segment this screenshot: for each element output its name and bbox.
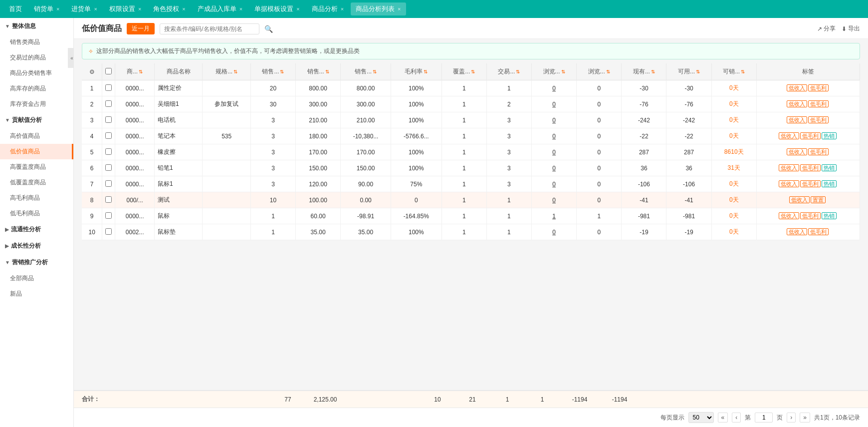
th-checkbox[interactable] (102, 63, 115, 80)
th-current-qty[interactable]: 现有...⇅ (622, 63, 666, 80)
td-browse1[interactable]: 0 (532, 112, 577, 128)
sidebar-group-overall[interactable]: ▼ 整体信息 (0, 18, 73, 34)
row-checkbox[interactable] (105, 164, 112, 171)
td-checkbox[interactable] (102, 96, 115, 112)
th-browse2[interactable]: 浏览...⇅ (577, 63, 622, 80)
nav-tab-permissions[interactable]: 权限设置 × (104, 2, 146, 15)
close-icon[interactable]: × (94, 6, 97, 12)
sidebar-item-low-coverage[interactable]: 低覆盖度商品 (0, 175, 73, 190)
th-gross-rate[interactable]: 毛利率⇅ (391, 63, 441, 80)
prev-page-button[interactable]: ‹ (732, 413, 741, 423)
browse-link[interactable]: 0 (552, 85, 556, 92)
first-page-button[interactable]: « (718, 413, 728, 423)
close-icon[interactable]: × (56, 6, 59, 12)
td-browse1[interactable]: 0 (532, 160, 577, 176)
close-icon[interactable]: × (296, 6, 299, 12)
td-browse1[interactable]: 0 (532, 144, 577, 160)
browse-link[interactable]: 0 (552, 133, 556, 140)
th-transaction[interactable]: 交易...⇅ (486, 63, 531, 80)
search-icon[interactable]: 🔍 (264, 25, 273, 33)
row-checkbox[interactable] (105, 148, 112, 155)
sidebar-item-new-products[interactable]: 新品 (0, 286, 73, 302)
sidebar-item-low-profit[interactable]: 低毛利商品 (0, 206, 73, 221)
td-checkbox[interactable] (102, 224, 115, 240)
td-checkbox[interactable] (102, 128, 115, 144)
nav-tab-product-analysis[interactable]: 商品分析 × (307, 2, 349, 15)
sidebar-item-high-coverage[interactable]: 高覆盖度商品 (0, 159, 73, 175)
th-sales-qty[interactable]: 销售...⇅ (250, 63, 295, 80)
th-code[interactable]: 商...⇅ (115, 63, 155, 80)
row-checkbox[interactable] (105, 132, 112, 139)
td-browse1[interactable]: 0 (532, 96, 577, 112)
th-saleable[interactable]: 可销...⇅ (711, 63, 756, 80)
page-number-input[interactable] (755, 413, 773, 423)
table-container[interactable]: ⚙ 商...⇅ 商品名称 规格...⇅ 销售...⇅ 销售...⇅ 销售...⇅… (74, 63, 868, 390)
search-input[interactable] (160, 23, 259, 34)
share-button[interactable]: ↗ 分享 (817, 24, 836, 33)
sidebar-item-stock-capital[interactable]: 库存资金占用 (0, 96, 73, 112)
sidebar-item-high-stock[interactable]: 高库存的商品 (0, 81, 73, 96)
row-checkbox[interactable] (105, 212, 112, 219)
td-checkbox[interactable] (102, 208, 115, 224)
filter-recent-month-button[interactable]: 近一月 (127, 23, 155, 34)
sidebar-group-contribution[interactable]: ▼ 贡献值分析 (0, 112, 73, 128)
close-icon[interactable]: × (182, 6, 185, 12)
td-browse1[interactable]: 0 (532, 224, 577, 240)
nav-tab-sales[interactable]: 销货单 × (29, 2, 64, 15)
td-browse1[interactable]: 0 (532, 80, 577, 96)
browse-link[interactable]: 0 (552, 197, 556, 204)
select-all-checkbox[interactable] (105, 68, 112, 74)
browse-link[interactable]: 0 (552, 181, 556, 188)
nav-tab-template[interactable]: 单据模板设置 × (249, 2, 304, 15)
nav-tab-product-inbound[interactable]: 产成品入库单 × (193, 2, 247, 15)
browse-link[interactable]: 0 (552, 149, 556, 156)
close-icon[interactable]: × (138, 6, 141, 12)
th-sales-gross[interactable]: 销售...⇅ (341, 63, 391, 80)
nav-tab-product-analysis-list[interactable]: 商品分析列表 × (351, 2, 406, 15)
th-sales-price[interactable]: 销售...⇅ (296, 63, 341, 80)
browse-link[interactable]: 0 (552, 165, 556, 172)
close-icon[interactable]: × (341, 6, 344, 12)
nav-tab-home[interactable]: 首页 (4, 2, 27, 15)
sidebar-collapse-button[interactable]: « (68, 48, 74, 68)
th-settings[interactable]: ⚙ (82, 63, 102, 80)
next-page-button[interactable]: › (787, 413, 796, 423)
td-checkbox[interactable] (102, 176, 115, 192)
td-browse1[interactable]: 0 (532, 192, 577, 208)
export-button[interactable]: ⬇ 导出 (842, 24, 860, 33)
td-browse1[interactable]: 1 (532, 208, 577, 224)
td-browse1[interactable]: 0 (532, 128, 577, 144)
td-checkbox[interactable] (102, 192, 115, 208)
sidebar-item-high-value[interactable]: 高价值商品 (0, 128, 73, 144)
sidebar-item-all-products[interactable]: 全部商品 (0, 271, 73, 286)
browse-link[interactable]: 0 (552, 229, 556, 236)
nav-tab-purchase[interactable]: 进货单 × (66, 2, 102, 15)
th-available[interactable]: 可用...⇅ (666, 63, 711, 80)
row-checkbox[interactable] (105, 228, 112, 235)
td-checkbox[interactable] (102, 80, 115, 96)
nav-tab-roles[interactable]: 角色授权 × (148, 2, 190, 15)
sidebar-item-traded-products[interactable]: 交易过的商品 (0, 50, 73, 65)
browse-link[interactable]: 1 (552, 213, 556, 220)
page-size-select[interactable]: 50 20 100 (688, 412, 714, 423)
browse-link[interactable]: 0 (552, 101, 556, 108)
row-checkbox[interactable] (105, 196, 112, 203)
sidebar-group-growth[interactable]: ▶ 成长性分析 (0, 238, 73, 254)
close-icon[interactable]: × (398, 6, 401, 12)
th-spec[interactable]: 规格...⇅ (203, 63, 250, 80)
row-checkbox[interactable] (105, 100, 112, 107)
th-coverage[interactable]: 覆盖...⇅ (441, 63, 486, 80)
row-checkbox[interactable] (105, 116, 112, 123)
td-checkbox[interactable] (102, 160, 115, 176)
th-browse1[interactable]: 浏览...⇅ (532, 63, 577, 80)
th-name[interactable]: 商品名称 (154, 63, 202, 80)
row-checkbox[interactable] (105, 84, 112, 91)
close-icon[interactable]: × (239, 6, 242, 12)
td-browse1[interactable]: 0 (532, 176, 577, 192)
last-page-button[interactable]: » (800, 413, 810, 423)
sidebar-group-marketing[interactable]: ▼ 营销推广分析 (0, 254, 73, 271)
sidebar-item-high-profit[interactable]: 高毛利商品 (0, 190, 73, 206)
row-checkbox[interactable] (105, 180, 112, 187)
browse-link[interactable]: 0 (552, 117, 556, 124)
sidebar-item-sales-products[interactable]: 销售类商品 (0, 34, 73, 50)
